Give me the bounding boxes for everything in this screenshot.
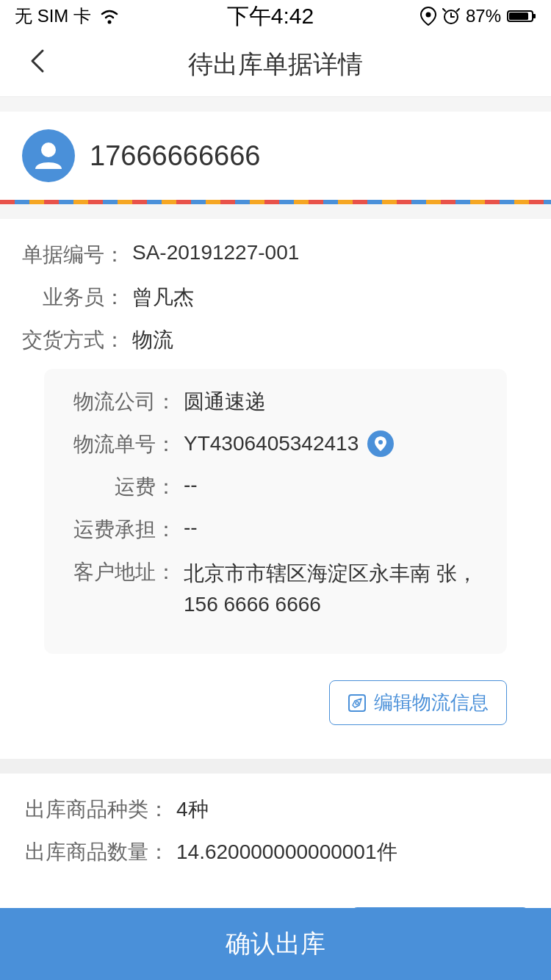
product-types-value: 4种 [176,796,529,824]
product-qty-row: 出库商品数量： 14.620000000000001件 [22,838,529,866]
carrier-text: 无 SIM 卡 [15,4,91,28]
order-info-section: 单据编号： SA-20191227-001 业务员： 曾凡杰 交货方式： 物流 … [0,219,551,759]
svg-rect-6 [533,14,536,18]
svg-point-9 [378,440,383,444]
tracking-no-text: YT4306405342413 [184,432,359,455]
location-status-icon [420,7,436,26]
freight-value: -- [184,473,485,497]
back-button[interactable] [22,40,53,88]
logistics-company-value: 圆通速递 [184,388,485,416]
confirm-button-label: 确认出库 [226,927,325,961]
edit-icon [347,693,367,713]
freight-bearer-value: -- [184,516,485,539]
address-value: 北京市市辖区海淀区永丰南 张，156 6666 6666 [184,558,485,620]
freight-bearer-label: 运费承担： [66,516,176,544]
tracking-location-icon[interactable] [367,430,394,457]
order-no-row: 单据编号： SA-20191227-001 [22,241,529,269]
tracking-row: 物流单号： YT4306405342413 [66,430,485,458]
freight-label: 运费： [66,473,176,501]
user-header: 17666666666 [0,112,551,200]
section-divider [0,759,551,774]
product-types-label: 出库商品种类： [22,796,169,824]
status-bar: 无 SIM 卡 下午4:42 87% [0,0,551,32]
address-label: 客户地址： [66,558,176,586]
tracking-label: 物流单号： [66,430,176,458]
alarm-icon [442,7,460,26]
svg-point-1 [425,12,431,18]
status-right: 87% [420,6,536,26]
summary-section: 出库商品种类： 4种 出库商品数量： 14.620000000000001件 [0,774,551,896]
product-types-row: 出库商品种类： 4种 [22,796,529,824]
freight-bearer-row: 运费承担： -- [66,516,485,544]
edit-logistics-label: 编辑物流信息 [374,690,489,716]
user-phone: 17666666666 [90,140,260,172]
svg-point-11 [356,702,359,705]
delivery-method-value: 物流 [132,326,529,354]
svg-rect-10 [349,695,365,711]
logistics-card: 物流公司： 圆通速递 物流单号： YT4306405342413 运费： -- … [44,369,507,654]
logistics-company-row: 物流公司： 圆通速递 [66,388,485,416]
order-no-value: SA-20191227-001 [132,241,529,264]
edit-logistics-button[interactable]: 编辑物流信息 [329,680,507,725]
battery-text: 87% [466,6,501,26]
sales-person-value: 曾凡杰 [132,284,529,311]
status-time: 下午4:42 [227,1,314,32]
avatar [22,129,75,182]
sales-person-label: 业务员： [22,284,125,311]
nav-bar: 待出库单据详情 [0,32,551,97]
freight-row: 运费： -- [66,473,485,501]
product-qty-label: 出库商品数量： [22,838,169,866]
page-title: 待出库单据详情 [188,48,363,82]
svg-rect-7 [509,12,528,20]
sales-person-row: 业务员： 曾凡杰 [22,284,529,311]
wifi-icon [98,8,120,24]
address-row: 客户地址： 北京市市辖区海淀区永丰南 张，156 6666 6666 [66,558,485,620]
tracking-value: YT4306405342413 [184,430,485,457]
edit-btn-container: 编辑物流信息 [22,669,529,744]
svg-point-8 [41,143,56,157]
product-qty-value: 14.620000000000001件 [176,838,529,866]
delivery-method-row: 交货方式： 物流 [22,326,529,354]
confirm-button[interactable]: 确认出库 [0,908,551,980]
order-no-label: 单据编号： [22,241,125,269]
battery-icon [507,9,536,24]
dashed-divider [0,200,551,204]
logistics-company-label: 物流公司： [66,388,176,416]
svg-point-0 [108,21,112,24]
delivery-method-label: 交货方式： [22,326,125,354]
status-left: 无 SIM 卡 [15,4,120,28]
